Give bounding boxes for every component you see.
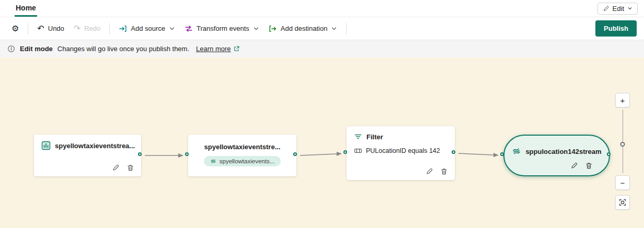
edit-button[interactable]: Edit [597, 3, 638, 15]
chevron-down-icon [169, 26, 175, 32]
node-source-header: spyellowtaxieventstrea... [41, 141, 134, 150]
filter-condition-row: PULocationID equals 142 [354, 147, 447, 155]
delete-node-button[interactable] [440, 167, 448, 176]
transform-events-button[interactable]: Transform events [180, 21, 263, 36]
add-destination-button[interactable]: Add destination [264, 21, 342, 36]
bar-chart-icon [41, 141, 51, 150]
toolbar-divider [109, 23, 110, 34]
redo-label: Redo [84, 25, 100, 32]
transform-events-label: Transform events [197, 25, 249, 32]
node-stream-title: spyellowtaxieventstre... [204, 143, 281, 151]
node-destination-actions [570, 162, 593, 170]
stream-pill-label: spyellowtaxievents... [220, 158, 274, 164]
output-port[interactable] [452, 150, 455, 154]
node-filter-header: Filter [354, 133, 447, 141]
edit-node-button[interactable] [112, 164, 120, 172]
chevron-down-icon [253, 26, 259, 32]
output-port[interactable] [607, 152, 611, 156]
zoom-slider-handle[interactable] [620, 142, 625, 147]
input-port[interactable] [500, 152, 504, 156]
node-destination-title: sppulocation142stream [525, 148, 601, 155]
toolbar-divider [28, 23, 28, 34]
node-filter-title: Filter [366, 133, 383, 141]
input-port[interactable] [185, 152, 189, 156]
undo-label: Undo [48, 25, 64, 32]
add-destination-label: Add destination [281, 25, 328, 32]
graph-canvas[interactable]: spyellowtaxieventstrea... spyellowtaxiev… [0, 57, 644, 228]
event-wave-icon [512, 147, 521, 156]
chevron-down-icon [331, 26, 337, 32]
node-destination[interactable]: sppulocation142stream [503, 135, 610, 176]
stream-pill[interactable]: spyellowtaxievents... [204, 156, 281, 166]
node-source[interactable]: spyellowtaxieventstrea... [34, 135, 141, 176]
eventstream-editor: Home Edit ⚙ ↶ Undo ↷ Redo [0, 0, 644, 228]
node-filter-actions [426, 167, 448, 176]
field-icon [354, 147, 362, 155]
toolbar-divider [346, 23, 347, 34]
zoom-out-label: − [620, 178, 625, 187]
publish-label: Publish [604, 25, 628, 32]
redo-button[interactable]: ↷ Redo [70, 21, 105, 36]
learn-more-link[interactable]: Learn more [196, 45, 239, 53]
redo-icon: ↷ [74, 25, 80, 33]
event-wave-icon [210, 158, 216, 164]
command-toolbar: ⚙ ↶ Undo ↷ Redo Add source Transform eve… [0, 17, 644, 40]
node-source-actions [112, 164, 135, 172]
settings-button[interactable]: ⚙ [7, 21, 23, 36]
zoom-in-label: + [620, 96, 625, 105]
edit-button-label: Edit [613, 5, 624, 13]
info-icon [7, 45, 15, 53]
top-bar: Home Edit [0, 0, 644, 17]
node-filter[interactable]: Filter PULocationID equals 142 [347, 126, 455, 180]
output-port[interactable] [293, 152, 297, 156]
tab-home-label: Home [16, 4, 36, 12]
node-destination-header: sppulocation142stream [504, 147, 609, 156]
publish-button[interactable]: Publish [595, 20, 637, 37]
fit-to-screen-icon [618, 198, 627, 207]
filter-icon [354, 133, 362, 141]
fit-to-screen-button[interactable] [615, 195, 630, 210]
edit-node-button[interactable] [426, 167, 434, 176]
banner-message: Changes will go live once you publish th… [58, 45, 189, 53]
filter-condition-text: PULocationID equals 142 [366, 147, 440, 154]
transform-events-icon [185, 25, 193, 33]
delete-node-button[interactable] [126, 164, 135, 172]
zoom-slider[interactable] [615, 107, 630, 175]
external-link-icon [233, 45, 240, 52]
edit-mode-label: Edit mode [20, 45, 53, 53]
zoom-out-button[interactable]: − [615, 175, 630, 190]
zoom-in-button[interactable]: + [615, 93, 630, 107]
edit-node-button[interactable] [570, 162, 579, 170]
undo-button[interactable]: ↶ Undo [33, 21, 68, 36]
add-destination-icon [269, 25, 277, 33]
pencil-icon [603, 5, 610, 12]
delete-node-button[interactable] [585, 162, 593, 170]
learn-more-label: Learn more [196, 45, 231, 53]
edit-mode-banner: Edit mode Changes will go live once you … [0, 40, 644, 57]
zoom-controls: + − [615, 93, 630, 210]
gear-icon: ⚙ [12, 25, 19, 33]
tab-home[interactable]: Home [15, 0, 37, 17]
add-source-icon [119, 25, 127, 33]
add-source-button[interactable]: Add source [114, 21, 179, 36]
input-port[interactable] [343, 150, 347, 154]
chevron-down-icon [627, 6, 632, 11]
node-source-title: spyellowtaxieventstrea... [55, 142, 135, 150]
undo-icon: ↶ [37, 25, 44, 33]
node-stream[interactable]: spyellowtaxieventstre... spyellowtaxieve… [188, 135, 296, 176]
add-source-label: Add source [131, 25, 165, 32]
output-port[interactable] [138, 152, 142, 156]
